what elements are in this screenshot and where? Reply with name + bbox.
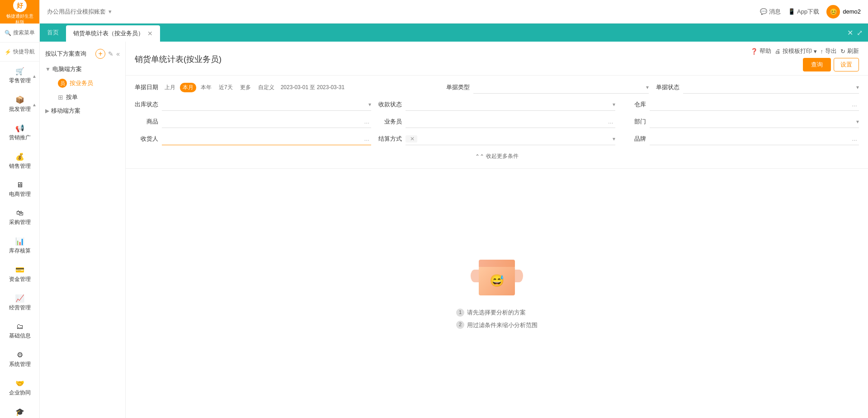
- search-label: 搜索菜单: [13, 29, 35, 37]
- refresh-label: 刷新: [847, 47, 859, 55]
- page-header: 销货单统计表(按业务员) ❓ 帮助 🖨 按模板打印 ▾ ↑: [126, 42, 868, 76]
- user-name: demo2: [843, 8, 861, 15]
- tab-expand-button[interactable]: ⤢: [857, 28, 863, 37]
- tab-home[interactable]: 首页: [40, 24, 66, 42]
- tab-sales-stat[interactable]: 销货单统计表（按业务员） ✕: [66, 25, 160, 42]
- sidebar-item-purchase[interactable]: 🛍 采购管理: [0, 204, 39, 232]
- sidebar-item-basic[interactable]: 🗂 基础信息: [0, 317, 39, 345]
- filter-goods-input[interactable]: [162, 118, 362, 125]
- topbar-dropdown-icon[interactable]: ▾: [108, 8, 112, 15]
- filter-out-status-input[interactable]: [162, 101, 371, 108]
- filter-salesman-input[interactable]: [406, 118, 606, 125]
- topbar-title: 办公用品行业模拟账套 ▾: [47, 8, 755, 16]
- filter-warehouse-input[interactable]: [650, 101, 850, 108]
- sidebar-item-finance[interactable]: 💳 资金管理: [0, 260, 39, 289]
- filter-receipt-status-control[interactable]: ▾: [406, 98, 615, 111]
- filter-warehouse-more[interactable]: …: [850, 101, 859, 108]
- filter-doc-status-control[interactable]: ▾: [683, 81, 859, 94]
- left-panel-actions: + ✎ «: [95, 49, 120, 59]
- system-icon: ⚙: [17, 351, 23, 359]
- app-download-action[interactable]: 📱 App下载: [788, 8, 819, 16]
- settings-button[interactable]: 设置: [834, 58, 859, 71]
- message-icon: 💬: [760, 8, 767, 15]
- topbar: 办公用品行业模拟账套 ▾ 💬 消息 📱 App下载 😊 demo2: [40, 0, 868, 24]
- tab-sales-stat-label: 销货单统计表（按业务员）: [73, 29, 144, 38]
- quick-nav-button[interactable]: ⚡ 快捷导航: [3, 46, 37, 57]
- filter-area: 单据日期 上月 本月 本年 近7天 更多 自定义 2023-03-01 至 20…: [126, 76, 868, 169]
- user-menu[interactable]: 😊 demo2: [826, 5, 861, 19]
- sidebar-item-retail[interactable]: 🛒 零售管理 ▲: [0, 62, 39, 90]
- filter-brand-control[interactable]: …: [650, 133, 859, 145]
- filter-goods-label: 商品: [135, 118, 158, 126]
- tab-close-all-button[interactable]: ✕: [847, 28, 853, 37]
- wholesale-icon: 📦: [15, 95, 24, 104]
- filter-receiver-input[interactable]: [162, 135, 362, 142]
- tree-desktop-schemes[interactable]: ▼ 电脑端方案: [40, 62, 125, 76]
- filter-doc-status: 单据状态 ▾: [656, 81, 859, 94]
- scheme-by-order[interactable]: ⊞ 按单: [47, 90, 125, 104]
- sidebar-item-ecommerce[interactable]: 🖥 电商管理: [0, 176, 39, 204]
- scheme-by-salesman[interactable]: 员 按业务员: [47, 76, 125, 90]
- date-tab-custom[interactable]: 自定义: [255, 83, 277, 92]
- filter-warehouse-control[interactable]: …: [650, 98, 859, 111]
- sidebar-item-system[interactable]: ⚙ 系统管理: [0, 345, 39, 374]
- filter-goods-more[interactable]: …: [362, 119, 371, 125]
- content: 按以下方案查询 + ✎ « ▼ 电脑端方案 员 按业务员 ⊞ 按单: [40, 42, 868, 418]
- sidebar-item-sales[interactable]: 💰 销售管理: [0, 147, 39, 176]
- newbie-icon: 🎓: [15, 408, 24, 416]
- desktop-schemes-arrow[interactable]: ▼: [45, 66, 51, 72]
- tree-mobile-schemes[interactable]: ▶ 移动端方案: [40, 104, 125, 118]
- export-button[interactable]: ↑ 导出: [821, 47, 837, 55]
- search-menu-button[interactable]: 🔍 搜索菜单: [3, 27, 37, 38]
- sidebar-item-operations[interactable]: 📈 经营管理: [0, 289, 39, 317]
- query-button[interactable]: 查询: [803, 58, 831, 71]
- filter-payment: 结算方式 ✕ ▾: [378, 133, 615, 145]
- sidebar-item-purchase-label: 采购管理: [9, 218, 31, 226]
- print-dropdown-icon[interactable]: ▾: [814, 48, 817, 55]
- sidebar-item-marketing[interactable]: 📢 营销推广: [0, 119, 39, 147]
- empty-text-step1: 1 请先选择要分析的方案: [456, 307, 538, 318]
- filter-doc-status-input[interactable]: [683, 84, 859, 90]
- date-tab-more[interactable]: 更多: [237, 83, 254, 92]
- mobile-schemes-arrow[interactable]: ▶: [45, 108, 49, 114]
- date-tab-this-year[interactable]: 本年: [198, 83, 214, 92]
- sidebar-item-inventory[interactable]: 📊 库存核算: [0, 232, 39, 260]
- date-tab-last-7-days[interactable]: 近7天: [216, 83, 236, 92]
- filter-brand-input[interactable]: [650, 135, 850, 142]
- filter-row-3: 商品 … 业务员 … 部门: [135, 115, 859, 128]
- date-tab-this-month[interactable]: 本月: [180, 83, 196, 92]
- filter-brand-more[interactable]: …: [850, 136, 859, 142]
- help-button[interactable]: ❓ 帮助: [750, 47, 771, 55]
- edit-scheme-button[interactable]: ✎: [108, 49, 113, 59]
- sidebar-item-enterprise[interactable]: 🤝 企业协同: [0, 374, 39, 402]
- collapse-panel-button[interactable]: «: [116, 49, 120, 59]
- filter-goods-control[interactable]: …: [162, 115, 371, 128]
- add-scheme-button[interactable]: +: [95, 49, 105, 59]
- sidebar-item-wholesale[interactable]: 📦 批发管理 ▲: [0, 90, 39, 119]
- filter-brand-label: 品牌: [623, 135, 646, 143]
- filter-receiver-control[interactable]: …: [162, 133, 371, 145]
- filter-doc-type-control[interactable]: ▾: [473, 81, 649, 94]
- filter-payment-control[interactable]: ✕ ▾: [406, 133, 615, 145]
- message-action[interactable]: 💬 消息: [760, 8, 781, 16]
- filter-salesman-more[interactable]: …: [606, 119, 615, 125]
- filter-receipt-status-input[interactable]: [406, 101, 615, 108]
- print-button[interactable]: 🖨 按模板打印 ▾: [775, 47, 817, 55]
- filter-dept-control[interactable]: ▾: [650, 115, 859, 128]
- filter-warehouse: 仓库 …: [623, 98, 859, 111]
- filter-doc-type-input[interactable]: [473, 84, 649, 90]
- help-icon: ❓: [750, 48, 758, 55]
- sidebar-item-retail-label: 零售管理: [9, 77, 31, 85]
- filter-dept-input[interactable]: [650, 118, 859, 125]
- empty-step1-text: 请先选择要分析的方案: [467, 307, 526, 318]
- filter-payment-tag-close[interactable]: ✕: [410, 136, 415, 142]
- refresh-button[interactable]: ↻ 刷新: [840, 47, 859, 55]
- date-tab-last-month[interactable]: 上月: [162, 83, 178, 92]
- filter-out-status-control[interactable]: ▾: [162, 98, 371, 111]
- wholesale-arrow: ▲: [32, 102, 37, 107]
- filter-salesman-control[interactable]: …: [406, 115, 615, 128]
- tab-sales-stat-close[interactable]: ✕: [147, 30, 153, 37]
- collapse-filters-button[interactable]: ⌃⌃ 收起更多条件: [475, 152, 519, 160]
- filter-receiver-more[interactable]: …: [362, 136, 371, 142]
- sidebar-item-newbie[interactable]: 🎓 新手引导: [0, 402, 39, 418]
